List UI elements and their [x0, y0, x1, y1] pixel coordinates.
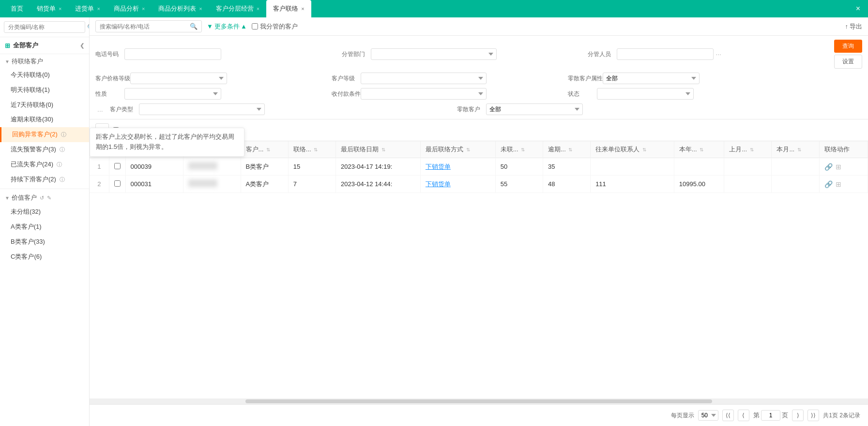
status-select[interactable]: [597, 88, 694, 100]
my-customers-checkbox[interactable]: [252, 23, 258, 29]
row-1-checkbox-cell: [109, 158, 125, 176]
row-2-name: [183, 176, 241, 193]
row4-dots-icon[interactable]: ...: [95, 105, 105, 113]
row-2-overdue: 48: [543, 176, 590, 193]
top-nav: 首页 销货单 × 进货单 × 商品分析 × 商品分析列表 × 客户分层经营 × …: [0, 0, 868, 17]
settings-btn[interactable]: 设置: [834, 55, 862, 69]
customer-level-select[interactable]: [361, 73, 487, 84]
sidebar-item-7day-pending[interactable]: 近7天待联络(0): [0, 98, 89, 113]
person-dots-icon[interactable]: ···: [714, 50, 723, 58]
value-group-refresh-icon[interactable]: ↺: [40, 195, 44, 201]
col-header-contact-count: 联络... ⇅: [288, 141, 335, 158]
page-number-input[interactable]: [761, 410, 780, 421]
row-1-grid-icon[interactable]: ⊞: [836, 163, 841, 171]
export-label: 导出: [850, 22, 862, 31]
sidebar-item-already-lost[interactable]: 已流失客户(24) ⓘ: [0, 157, 89, 172]
prev-page-btn[interactable]: ⟨: [738, 410, 749, 421]
nav-item-customer-contact[interactable]: 客户联络 ×: [266, 0, 311, 17]
value-group-edit-icon[interactable]: ✎: [47, 195, 51, 201]
row-1-action-icons: 🔗 ⊞: [824, 163, 863, 171]
sidebar-item-today-pending[interactable]: 今天待联络(0): [0, 68, 89, 83]
nav-customer-tier-close-icon[interactable]: ×: [257, 6, 259, 12]
nav-product-analysis-list-close-icon[interactable]: ×: [199, 6, 202, 12]
sort-this-month-icon: ⇅: [797, 147, 801, 152]
sidebar-item-abnormal[interactable]: 回购异常客户(2) ⓘ: [0, 127, 89, 142]
grid-icon: ⊞: [5, 42, 10, 49]
filter-field-customer-level: 客户等级: [332, 73, 563, 84]
page-total-label: 共1页 2条记录: [823, 411, 860, 420]
export-btn[interactable]: ↑ 导出: [845, 22, 863, 31]
first-page-btn[interactable]: ⟨⟨: [722, 410, 734, 421]
sidebar-all-customers-header[interactable]: ⊞ 全部客户 ❮: [0, 37, 89, 54]
row-2-grid-icon[interactable]: ⊞: [836, 180, 841, 188]
nav-item-purchase[interactable]: 进货单 ×: [68, 0, 107, 17]
person-input[interactable]: [617, 48, 714, 60]
row-2-last-month: [724, 176, 772, 193]
row-1-checkbox[interactable]: [114, 163, 121, 169]
per-page-select[interactable]: 50: [698, 410, 718, 421]
nav-product-analysis-close-icon[interactable]: ×: [142, 6, 145, 12]
tooltip-text: 距客户上次交易时长，超过了此客户的平均交易周期的1.5倍，则视为异常。: [96, 133, 234, 150]
sidebar-collapse-arrow-icon: ❮: [80, 43, 84, 49]
dept-select[interactable]: [371, 48, 497, 60]
col-header-this-month: 本月... ⇅: [772, 141, 819, 158]
sidebar-item-c-class[interactable]: C类客户(6): [0, 250, 89, 264]
nav-item-product-analysis[interactable]: 商品分析 ×: [107, 0, 152, 17]
row-1-name-blurred: [188, 162, 217, 170]
filter-action-btns: 查询 设置: [834, 40, 862, 69]
sidebar-item-tomorrow-pending[interactable]: 明天待联络(1): [0, 83, 89, 98]
sort-contact-icon: ⇅: [314, 147, 318, 152]
customer-type-select[interactable]: [139, 103, 265, 115]
row-1-link-icon[interactable]: 🔗: [824, 163, 833, 171]
row-2-action-icons: 🔗 ⊞: [824, 180, 863, 188]
last-page-btn[interactable]: ⟩⟩: [807, 410, 819, 421]
gender-select[interactable]: [124, 88, 221, 100]
row-1-this-year: [674, 158, 724, 176]
my-customers-checkbox-area: 我分管的客户: [252, 22, 298, 31]
sidebar-value-group[interactable]: ▼ 价值客户 ↺ ✎: [0, 191, 89, 205]
sidebar-item-declining[interactable]: 持续下滑客户(2) ⓘ: [0, 172, 89, 187]
retail-attr-select[interactable]: 全部: [603, 73, 700, 84]
nav-customer-tier-label: 客户分层经营: [216, 4, 254, 13]
row-2-last-method-link[interactable]: 下销货单: [426, 180, 451, 188]
sort-type-icon: ⇅: [266, 147, 270, 152]
retail-customer-select[interactable]: 全部: [486, 103, 583, 115]
b-class-label: B类客户(33): [11, 238, 45, 245]
nav-item-product-analysis-list[interactable]: 商品分析列表 ×: [152, 0, 209, 17]
payment-select[interactable]: [361, 88, 487, 100]
row-1-last-method-link[interactable]: 下销货单: [426, 163, 451, 170]
nav-item-customer-tier[interactable]: 客户分层经营 ×: [209, 0, 266, 17]
sidebar-item-b-class[interactable]: B类客户(33): [0, 235, 89, 250]
sidebar-item-lost-prediction[interactable]: 流失预警客户(3) ⓘ: [0, 142, 89, 157]
horizontal-scrollbar[interactable]: [90, 398, 868, 404]
nav-item-home[interactable]: 首页: [4, 0, 30, 17]
query-btn[interactable]: 查询: [834, 40, 862, 53]
row-2-unit-contacts: 111: [591, 176, 674, 193]
row-2-link-icon[interactable]: 🔗: [824, 180, 833, 188]
nav-item-sales[interactable]: 销货单 ×: [30, 0, 68, 17]
nav-close-all-icon[interactable]: ×: [856, 4, 860, 13]
sidebar-pending-contact-group[interactable]: ▼ 待联络客户: [0, 54, 89, 68]
filter-field-gender: 性质: [95, 88, 327, 100]
price-level-select[interactable]: [130, 73, 227, 84]
next-page-btn[interactable]: ⟩: [792, 410, 804, 421]
sidebar-all-customers-label: 全部客户: [13, 41, 38, 50]
phone-input[interactable]: [124, 48, 221, 60]
sidebar-item-a-class[interactable]: A类客户(1): [0, 220, 89, 235]
sidebar-item-ungrouped[interactable]: 未分组(32): [0, 205, 89, 220]
already-lost-info-icon: ⓘ: [57, 162, 62, 167]
filter-search-input[interactable]: [100, 23, 188, 30]
more-filters-btn[interactable]: ▼ 更多条件 ▲: [207, 22, 247, 31]
nav-customer-contact-label: 客户联络: [273, 4, 298, 13]
nav-customer-contact-close-icon[interactable]: ×: [301, 6, 304, 12]
row-2-action: 🔗 ⊞: [819, 176, 868, 193]
sidebar-item-overdue-pending[interactable]: 逾期未联络(30): [0, 112, 89, 127]
more-filters-arrow-icon: ▲: [241, 23, 247, 30]
nav-sales-close-icon[interactable]: ×: [59, 6, 61, 12]
filter-field-status: 状态: [568, 88, 799, 100]
pending-contact-label: 待联络客户: [12, 57, 43, 66]
nav-purchase-close-icon[interactable]: ×: [97, 6, 100, 12]
filter-search-icon[interactable]: 🔍: [190, 23, 198, 30]
row-2-checkbox[interactable]: [114, 180, 121, 187]
sidebar-search-input[interactable]: [4, 21, 85, 33]
